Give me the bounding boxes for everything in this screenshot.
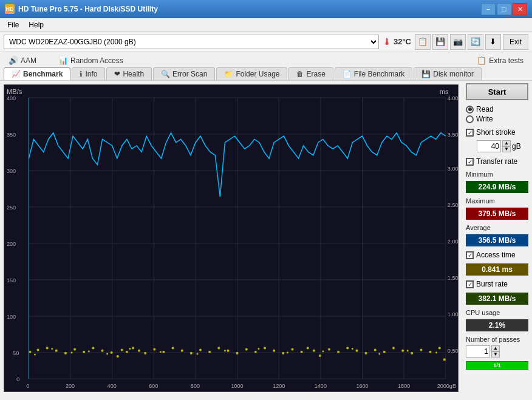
menu-file[interactable]: File [2,19,24,30]
svg-point-97 [420,349,422,351]
icon-btn-4[interactable]: 🔄 [468,34,483,50]
access-time-label: Access time [476,251,516,259]
burst-rate-checkbox[interactable]: ✓ Burst rate [466,280,528,288]
svg-point-93 [383,351,386,353]
icon-btn-2[interactable]: 💾 [432,34,448,50]
passes-down[interactable]: ▼ [491,351,500,358]
minimize-button[interactable]: − [481,3,496,15]
passes-input[interactable] [466,345,490,358]
svg-point-75 [227,350,229,352]
tab-error-scan[interactable]: 🔍 Error Scan [153,67,215,80]
svg-point-103 [71,351,73,353]
short-stroke-up[interactable]: ▲ [502,140,511,146]
svg-point-102 [51,348,53,350]
tab-random-access[interactable]: 📊 Random Access [53,55,128,66]
chart-area: MB/s 400 350 300 250 200 150 100 50 0 ms… [4,84,459,392]
svg-point-87 [328,348,330,350]
tab-disk-monitor[interactable]: 💾 Disk monitor [414,67,482,80]
svg-point-57 [83,351,85,353]
access-time-checkbox[interactable]: ✓ Access time [466,251,528,259]
svg-rect-0 [4,85,458,392]
tab-folder-usage[interactable]: 📁 Folder Usage [216,67,287,80]
exit-button[interactable]: Exit [503,34,528,50]
svg-point-86 [319,354,321,357]
svg-point-66 [144,352,146,354]
short-stroke-checkbox[interactable]: ✓ Short stroke [466,128,528,137]
short-stroke-spinner: ▲ ▼ gB [477,140,528,152]
svg-point-74 [217,347,220,349]
svg-point-90 [355,350,358,352]
svg-point-68 [162,351,165,353]
svg-text:200: 200 [66,383,75,389]
svg-text:MB/s: MB/s [7,88,22,95]
temperature-value: 32°C [394,37,411,46]
start-button[interactable]: Start [466,83,528,100]
write-radio[interactable]: Write [466,115,528,123]
burst-rate-label: Burst rate [476,280,508,288]
svg-point-78 [254,351,257,353]
tab-benchmark[interactable]: 📈 Benchmark [4,67,70,80]
average-value: 356.5 MB/s [466,234,528,246]
icon-btn-3[interactable]: 📷 [450,34,466,50]
menu-help[interactable]: Help [24,19,49,30]
close-button[interactable]: ✕ [513,3,527,15]
short-stroke-checkbox-box: ✓ [466,129,474,137]
write-radio-indicator [466,115,474,123]
short-stroke-spin-btns: ▲ ▼ [502,140,511,152]
svg-text:350: 350 [7,132,16,138]
svg-point-112 [322,350,324,352]
tab-health[interactable]: ❤ Health [106,67,152,80]
passes-spinner: ▲ ▼ [466,345,528,358]
write-label: Write [476,115,493,123]
short-stroke-unit: gB [512,142,521,151]
transfer-rate-label: Transfer rate [476,157,517,166]
read-radio[interactable]: Read [466,105,528,114]
minimum-value: 224.9 MB/s [466,181,528,193]
svg-point-70 [181,350,183,352]
read-write-group: Read Write [466,105,528,123]
drive-selector[interactable]: WDC WD20EZAZ-00GGJB0 (2000 gB) [4,35,379,49]
svg-text:1000: 1000 [231,383,244,389]
thermometer-icon: 🌡 [383,37,391,47]
svg-point-101 [34,353,36,355]
svg-text:100: 100 [7,314,16,320]
tab-file-benchmark[interactable]: 📄 File Benchmark [335,67,412,80]
svg-point-76 [236,352,239,354]
tab-aam[interactable]: 🔊 AAM [4,55,41,66]
tab-error-scan-label: Error Scan [172,70,207,78]
svg-text:3.50: 3.50 [448,132,458,138]
erase-icon: 🗑 [296,70,304,78]
svg-text:1.00: 1.00 [448,311,458,317]
svg-point-54 [55,350,58,352]
svg-point-56 [73,348,76,350]
passes-spin-btns: ▲ ▼ [491,345,500,358]
tab-erase[interactable]: 🗑 Erase [288,67,333,80]
svg-point-104 [88,350,90,352]
passes-up[interactable]: ▲ [491,345,500,351]
progress-bar: 1/1 [466,362,528,369]
tab-info[interactable]: ℹ Info [72,67,105,80]
tab-erase-label: Erase [306,70,325,78]
svg-text:400: 400 [7,95,16,101]
cpu-usage-label: CPU usage [466,309,528,316]
tab-extra-tests[interactable]: 📋 Extra tests [472,55,528,66]
svg-point-105 [106,353,108,354]
svg-point-114 [378,353,380,354]
short-stroke-input[interactable] [477,140,501,152]
transfer-rate-checkbox[interactable]: ✓ Transfer rate [466,157,528,166]
svg-text:600: 600 [149,383,158,389]
burst-rate-checkbox-box: ✓ [466,280,474,288]
svg-text:1600: 1600 [356,383,368,389]
short-stroke-down[interactable]: ▼ [502,146,511,152]
svg-text:3.00: 3.00 [448,166,458,172]
aam-icon: 🔊 [9,56,18,65]
tab-disk-monitor-label: Disk monitor [433,70,474,78]
svg-text:1800: 1800 [398,383,410,389]
icon-btn-5[interactable]: ⬇ [485,34,501,50]
svg-point-84 [307,347,309,349]
menu-bar: File Help [0,18,532,32]
icon-btn-1[interactable]: 📋 [415,34,431,50]
benchmark-icon: 📈 [12,70,21,78]
right-panel: Start Read Write ✓ Short stroke ▲ ▼ gB [462,81,532,396]
maximize-button[interactable]: □ [497,3,511,15]
